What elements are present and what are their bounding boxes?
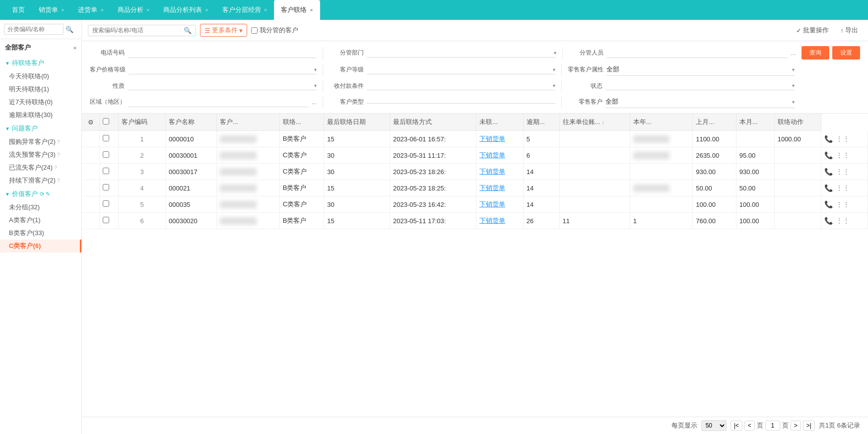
my-customers-checkbox[interactable]: [251, 27, 258, 34]
more-icon[interactable]: ⋮⋮: [836, 151, 850, 159]
prev-page-button[interactable]: <: [744, 421, 755, 431]
th-this-year[interactable]: 本年...: [630, 114, 692, 131]
nav-tab-customer-contact[interactable]: 客户联络 ×: [274, 0, 320, 20]
main-search-input[interactable]: [92, 27, 182, 34]
row-checkbox[interactable]: [103, 184, 109, 190]
main-search-button[interactable]: 🔍: [184, 27, 192, 34]
nav-tab-analysis-list[interactable]: 商品分析列表 ×: [156, 0, 215, 20]
nav-home[interactable]: 首页: [5, 0, 32, 20]
phone-icon[interactable]: 📞: [824, 200, 833, 208]
more-icon[interactable]: ⋮⋮: [836, 168, 850, 176]
sidebar-item-lost[interactable]: 已流失客户(24) ?: [0, 161, 81, 174]
row-checkbox[interactable]: [103, 168, 109, 174]
th-overdue[interactable]: 逾期...: [523, 114, 559, 131]
filter-type-select[interactable]: [367, 100, 556, 104]
th-last-method[interactable]: 最后联络方式: [390, 114, 476, 131]
nav-tab-analysis[interactable]: 商品分析 ×: [111, 0, 156, 20]
more-icon[interactable]: ⋮⋮: [836, 135, 850, 143]
th-this-month[interactable]: 本月...: [736, 114, 774, 131]
th-unit-balance[interactable]: 往来单位账... ↓: [559, 114, 630, 131]
sidebar-item-ungrouped[interactable]: 未分组(32): [0, 201, 81, 214]
th-uncontacted[interactable]: 未联...: [476, 114, 524, 131]
sidebar-search-icon[interactable]: 🔍: [66, 26, 73, 33]
nav-tab-purchase[interactable]: 进货单 ×: [71, 0, 110, 20]
row-checkbox[interactable]: [103, 135, 109, 141]
help-icon-declining[interactable]: ?: [57, 178, 60, 184]
first-page-button[interactable]: |<: [731, 421, 742, 431]
sidebar-item-b-class[interactable]: B类客户(33): [0, 227, 81, 240]
more-icon[interactable]: ⋮⋮: [836, 184, 850, 192]
th-last-date[interactable]: 最后联络日期: [324, 114, 390, 131]
help-icon-warning[interactable]: ?: [57, 152, 60, 158]
filter-retail-attr-select[interactable]: 全部 ▾: [606, 63, 795, 76]
sidebar-item-declining[interactable]: 持续下滑客户(2) ?: [0, 174, 81, 187]
sidebar-item-a-class[interactable]: A类客户(1): [0, 214, 81, 227]
link-cell[interactable]: 下销货单: [479, 168, 505, 175]
link-cell[interactable]: 下销货单: [479, 184, 505, 191]
filter-manager-input[interactable]: [606, 48, 788, 58]
sidebar-group-value[interactable]: ▼ 价值客户 ⟳ ✎: [0, 187, 81, 201]
sidebar-all-customers[interactable]: 全部客户 «: [0, 39, 81, 56]
link-cell[interactable]: 下销货单: [479, 135, 505, 142]
nav-tab-analysis-list-close[interactable]: ×: [205, 7, 208, 13]
sidebar-item-7days[interactable]: 近7天待联络(0): [0, 96, 81, 109]
filter-phone-input[interactable]: [128, 48, 317, 58]
sidebar-item-abnormal[interactable]: 囤购异常客户(2) ?: [0, 135, 81, 148]
export-button[interactable]: ↑ 导出: [837, 24, 863, 36]
row-checkbox[interactable]: [103, 217, 109, 223]
more-icon[interactable]: ⋮⋮: [836, 217, 850, 225]
phone-icon[interactable]: 📞: [824, 168, 833, 176]
nav-tab-sales-close[interactable]: ×: [61, 7, 64, 13]
select-all-checkbox[interactable]: [103, 118, 109, 124]
th-gear[interactable]: ⚙: [82, 114, 100, 131]
more-icon[interactable]: ⋮⋮: [836, 200, 850, 208]
nav-tab-customer-tier-close[interactable]: ×: [264, 7, 267, 13]
sidebar-group-problem[interactable]: ▼ 问题客户: [0, 122, 81, 135]
filter-manager-dotdot[interactable]: ...: [791, 50, 796, 57]
sidebar-item-today[interactable]: 今天待联络(0): [0, 70, 81, 83]
nav-tab-customer-tier[interactable]: 客户分层经营 ×: [215, 0, 274, 20]
th-name[interactable]: 客户名称: [165, 114, 216, 131]
batch-ops-button[interactable]: ✓ 批量操作: [792, 24, 833, 36]
query-button[interactable]: 查询: [801, 46, 829, 60]
filter-retail-select[interactable]: 全部 ▾: [605, 96, 795, 108]
filter-region-input[interactable]: [129, 97, 309, 107]
filter-nature-select[interactable]: ▾: [128, 81, 317, 90]
link-cell[interactable]: 下销货单: [479, 151, 505, 159]
row-checkbox[interactable]: [103, 151, 109, 158]
next-page-button[interactable]: >: [791, 421, 801, 431]
filter-status-select[interactable]: ▾: [605, 81, 795, 90]
phone-icon[interactable]: 📞: [824, 151, 833, 159]
filter-dept-select[interactable]: ▾: [367, 49, 556, 58]
filter-value-level-select[interactable]: ▾: [129, 65, 317, 74]
my-customers-checkbox-label[interactable]: 我分管的客户: [251, 26, 298, 35]
th-contact[interactable]: 联络...: [279, 114, 324, 131]
link-cell[interactable]: 下销货单: [479, 217, 505, 224]
phone-icon[interactable]: 📞: [824, 135, 833, 143]
nav-tab-analysis-close[interactable]: ×: [146, 7, 149, 13]
sidebar-item-overdue[interactable]: 逾期未联络(30): [0, 109, 81, 122]
filter-payment-select[interactable]: ▾: [367, 81, 556, 90]
page-input[interactable]: [765, 421, 780, 431]
nav-tab-customer-contact-close[interactable]: ×: [310, 7, 313, 13]
phone-icon[interactable]: 📞: [824, 184, 833, 192]
nav-tab-sales[interactable]: 销货单 ×: [32, 0, 71, 20]
sidebar-item-tomorrow[interactable]: 明天待联络(1): [0, 83, 81, 96]
sidebar-search-input[interactable]: [4, 24, 64, 35]
th-last-month[interactable]: 上月...: [693, 114, 736, 131]
row-checkbox[interactable]: [103, 200, 109, 207]
th-type[interactable]: 客户...: [217, 114, 279, 131]
th-checkbox[interactable]: [100, 114, 119, 131]
th-code[interactable]: 客户编码: [119, 114, 166, 131]
help-icon-lost[interactable]: ?: [54, 165, 57, 171]
per-page-select[interactable]: 50 100: [701, 420, 727, 431]
sidebar-group-pending[interactable]: ▼ 待联络客户: [0, 56, 81, 70]
last-page-button[interactable]: >|: [803, 421, 815, 431]
sidebar-item-c-class[interactable]: C类客户(6): [0, 240, 81, 252]
help-icon-abnormal[interactable]: ?: [57, 139, 60, 145]
sidebar-item-warning[interactable]: 流失预警客户(3) ?: [0, 148, 81, 161]
filter-region-dotdot[interactable]: ...: [312, 99, 317, 106]
filter-level-select[interactable]: ▾: [367, 65, 556, 74]
link-cell[interactable]: 下销货单: [479, 200, 505, 208]
nav-tab-purchase-close[interactable]: ×: [100, 7, 103, 13]
